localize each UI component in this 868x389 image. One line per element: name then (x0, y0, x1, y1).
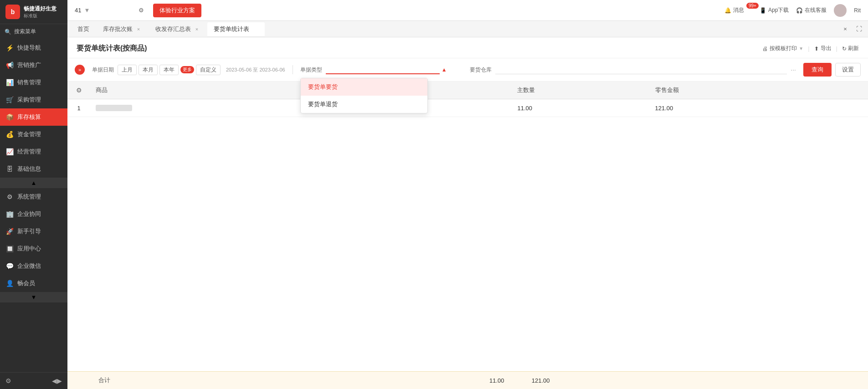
tab-order-summary[interactable]: 要货单统计表 × (207, 22, 265, 36)
product-name-masked (96, 105, 132, 111)
page-actions: 🖨 按模板打印 ▼ | ⬆ 导出 | ↻ 刷新 (762, 45, 859, 52)
sidebar-scroll-up[interactable]: ▲ (0, 178, 67, 188)
table-settings-icon[interactable]: ⚙ (76, 87, 82, 94)
chevron-down-icon: ▼ (799, 46, 803, 51)
tab-close-all-btn[interactable]: × (840, 24, 851, 35)
print-icon: 🖨 (762, 46, 768, 52)
sidebar-item-label: 系统管理 (17, 193, 41, 201)
app-download-btn[interactable]: 📱 App下载 (760, 6, 789, 14)
tab-bar-right: × ⛶ (840, 24, 864, 35)
header-right: 🔔 消息 99+ 📱 App下载 🎧 在线客服 Rit (724, 4, 861, 17)
app-download-label: App下载 (768, 6, 789, 14)
cell-product (90, 99, 318, 117)
member-icon: 👤 (5, 279, 14, 287)
tab-collection-summary-close[interactable]: × (194, 26, 200, 32)
table-footer: 合计 11.00 121.00 (67, 371, 868, 389)
type-select-input[interactable] (326, 65, 440, 74)
sidebar-item-wechat[interactable]: 💬 企业微信 (0, 257, 67, 275)
headset-icon: 🎧 (796, 7, 803, 14)
sidebar-item-label: 采购管理 (17, 96, 41, 104)
filter-separator (293, 65, 293, 74)
dropdown-overlay: 要货单要货 要货单退货 (300, 78, 428, 113)
filter-actions: 查询 设置 (803, 63, 861, 77)
notifications-badge: 99+ (746, 3, 759, 9)
sidebar-item-purchase[interactable]: 🛒 采购管理 (0, 91, 67, 108)
date-btn-this-month[interactable]: 本月 (139, 65, 158, 75)
settings-btn[interactable]: 设置 (835, 63, 861, 77)
filter-more-btn[interactable]: ··· (791, 66, 796, 73)
type-filter-group: 单据类型 ▲ 要货单要货 要货单退货 (300, 65, 462, 74)
table-row: 1 块 11.00 121.00 (67, 99, 868, 117)
refresh-icon: ↻ (842, 46, 847, 52)
filter-expand-btn[interactable]: » (75, 65, 85, 75)
warehouse-filter-input[interactable] (495, 66, 787, 74)
data-table-wrap: ⚙ 商品 主计量单位 主数量 零售金额 1 (67, 82, 868, 371)
date-btn-custom[interactable]: 自定义 (196, 65, 221, 75)
sidebar-item-label: 基础信息 (17, 165, 41, 173)
tab-bar: 首页 库存批次账 × 收发存汇总表 × 要货单统计表 × × ⛶ (67, 21, 868, 37)
marketing-icon: 📢 (5, 61, 14, 69)
footer-amount: 121.00 (514, 377, 559, 384)
sidebar-item-operations[interactable]: 📈 经营管理 (0, 143, 67, 160)
date-btn-last-month[interactable]: 上月 (118, 65, 137, 75)
col-header-product: 商品 (90, 82, 318, 99)
tab-home[interactable]: 首页 (71, 22, 96, 36)
warehouse-filter-label: 要货仓库 (470, 66, 492, 74)
date-btn-this-year[interactable]: 本年 (159, 65, 179, 75)
tab-collection-summary[interactable]: 收发存汇总表 × (149, 22, 206, 36)
purchase-icon: 🛒 (5, 96, 14, 104)
dropdown-item-order-return[interactable]: 要货单退货 (301, 96, 427, 113)
system-icon: ⚙ (5, 193, 14, 201)
store-selector[interactable]: 41 ▼ (75, 7, 129, 14)
user-avatar[interactable] (834, 4, 847, 17)
sidebar-item-finance[interactable]: 💰 资金管理 (0, 126, 67, 143)
user-name[interactable]: Rit (854, 7, 861, 14)
notifications-btn[interactable]: 🔔 消息 99+ (724, 6, 752, 14)
sidebar-item-apps[interactable]: 🔲 应用中心 (0, 240, 67, 257)
basic-info-icon: 🗄 (5, 165, 14, 173)
date-range-display: 2023-05-06 至 2023-06-06 (226, 67, 285, 72)
filter-bar: » 单据日期 上月 本月 本年 更多 自定义 2023-05-06 至 2023… (67, 58, 868, 82)
sidebar-item-inventory[interactable]: 📦 库存核算 (0, 108, 67, 126)
export-btn[interactable]: ⬆ 导出 (814, 45, 832, 52)
date-badge-more[interactable]: 更多 (180, 66, 194, 73)
sidebar-item-enterprise[interactable]: 🏢 企业协同 (0, 205, 67, 223)
tab-expand-btn[interactable]: ⛶ (853, 24, 864, 35)
online-service-btn[interactable]: 🎧 在线客服 (796, 6, 827, 14)
sidebar-item-label: 企业微信 (17, 262, 41, 270)
sidebar-search[interactable]: 🔍 搜索菜单 (0, 24, 67, 39)
dropdown-item-order-goods[interactable]: 要货单要货 (301, 78, 427, 96)
sidebar-item-quick-nav[interactable]: ⚡ 快捷导航 (0, 39, 67, 56)
footer-label: 合计 (73, 376, 164, 384)
query-btn[interactable]: 查询 (803, 63, 832, 77)
tab-order-summary-close[interactable]: × (252, 26, 258, 32)
refresh-btn[interactable]: ↻ 刷新 (842, 45, 859, 52)
sidebar-item-basic-info[interactable]: 🗄 基础信息 (0, 160, 67, 178)
sidebar-scroll-down[interactable]: ▼ (0, 292, 67, 302)
sidebar-logo[interactable]: b 畅捷通好生意 标准版 (0, 0, 67, 24)
sidebar-item-label: 营销推广 (17, 61, 41, 69)
cell-index: 1 (67, 99, 90, 117)
tab-order-summary-label: 要货单统计表 (214, 25, 249, 33)
sidebar-item-sales[interactable]: 📊 销售管理 (0, 74, 67, 91)
divider: | (808, 45, 809, 52)
search-icon: 🔍 (5, 29, 11, 35)
sidebar-collapse-btn[interactable]: ◀▶ (52, 377, 62, 384)
tab-batch-account[interactable]: 库存批次账 × (97, 22, 148, 36)
tab-batch-account-close[interactable]: × (135, 26, 142, 32)
sidebar-item-marketing[interactable]: 📢 营销推广 (0, 56, 67, 74)
header-settings-btn[interactable]: ⚙ (135, 4, 148, 17)
sidebar-item-system[interactable]: ⚙ 系统管理 (0, 188, 67, 205)
enterprise-icon: 🏢 (5, 210, 14, 218)
industry-btn[interactable]: 体验行业方案 (153, 4, 201, 17)
type-select-chevron[interactable]: ▲ (442, 67, 447, 73)
page-header: 要货单统计表(按商品) 🖨 按模板打印 ▼ | ⬆ 导出 | ↻ 刷新 (67, 37, 868, 58)
sidebar-item-guide[interactable]: 🚀 新手引导 (0, 223, 67, 240)
col-header-extra (816, 82, 868, 99)
type-select-wrapper: ▲ (326, 65, 462, 74)
sidebar-item-member[interactable]: 👤 畅会员 (0, 275, 67, 292)
sidebar-footer: ⚙ ◀▶ (0, 372, 67, 389)
sidebar-settings-btn[interactable]: ⚙ (5, 377, 11, 384)
print-template-btn[interactable]: 🖨 按模板打印 ▼ (762, 45, 803, 52)
export-label: 导出 (821, 45, 832, 52)
